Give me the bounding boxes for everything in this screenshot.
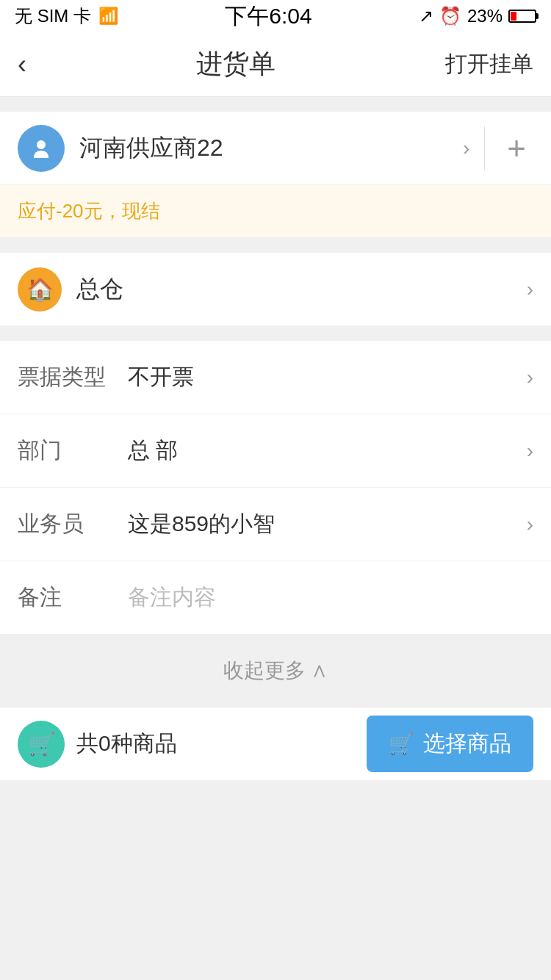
- warehouse-icon-circle: 🏠: [18, 267, 62, 311]
- nav-bar: ‹ 进货单 打开挂单: [0, 32, 551, 97]
- section-divider-mid: [0, 238, 551, 253]
- wifi-icon: 📶: [98, 7, 118, 26]
- page-title: 进货单: [196, 46, 276, 82]
- section-divider-top: [0, 97, 551, 112]
- supplier-avatar: [18, 125, 65, 172]
- select-product-button[interactable]: 🛒 选择商品: [367, 716, 533, 772]
- battery-percent: 23%: [467, 6, 503, 26]
- salesman-value: 这是859的小智: [120, 509, 527, 539]
- bottom-section: 🛒 共0种商品 🛒 选择商品: [0, 707, 551, 780]
- supplier-row[interactable]: 河南供应商22 › +: [0, 112, 551, 185]
- house-icon: 🏠: [26, 276, 54, 302]
- remark-label: 备注: [18, 583, 120, 613]
- collapse-label: 收起更多 ∧: [223, 657, 328, 685]
- warehouse-chevron-icon: ›: [527, 278, 533, 301]
- select-product-label: 选择商品: [423, 729, 511, 759]
- invoice-value: 不开票: [120, 362, 527, 392]
- product-icon-circle: 🛒: [18, 721, 65, 768]
- remark-input[interactable]: 备注内容: [120, 583, 533, 613]
- supplier-name: 河南供应商22: [79, 132, 463, 165]
- status-right: ↗ ⏰ 23%: [419, 6, 536, 26]
- status-time: 下午6:04: [225, 1, 311, 32]
- vertical-divider: [484, 126, 485, 170]
- product-count-area: 🛒 共0种商品: [18, 721, 177, 768]
- add-supplier-button[interactable]: +: [500, 130, 533, 167]
- open-pending-button[interactable]: 打开挂单: [445, 49, 533, 79]
- person-icon: [30, 137, 52, 159]
- invoice-label: 票据类型: [18, 362, 120, 392]
- invoice-type-row[interactable]: 票据类型 不开票 ›: [0, 341, 551, 414]
- status-bar: 无 SIM 卡 📶 下午6:04 ↗ ⏰ 23%: [0, 0, 551, 32]
- section-divider-2: [0, 326, 551, 341]
- notice-bar: 应付-20元，现结: [0, 185, 551, 238]
- svg-point-0: [37, 140, 46, 149]
- warehouse-row[interactable]: 🏠 总仓 ›: [0, 253, 551, 326]
- remark-row[interactable]: 备注 备注内容: [0, 561, 551, 635]
- product-count-text: 共0种商品: [76, 729, 177, 759]
- salesman-row[interactable]: 业务员 这是859的小智 ›: [0, 488, 551, 561]
- battery-icon: [508, 10, 536, 23]
- cart-icon: 🛒: [28, 731, 55, 757]
- department-row[interactable]: 部门 总 部 ›: [0, 414, 551, 488]
- notice-text: 应付-20元，现结: [18, 200, 160, 222]
- collapse-bar[interactable]: 收起更多 ∧: [0, 635, 551, 707]
- select-product-icon: 🛒: [389, 732, 414, 756]
- location-icon: ↗: [419, 6, 433, 26]
- department-value: 总 部: [120, 436, 527, 466]
- invoice-chevron-icon: ›: [527, 366, 533, 389]
- department-label: 部门: [18, 436, 120, 466]
- warehouse-name: 总仓: [76, 273, 527, 306]
- alarm-icon: ⏰: [439, 6, 461, 26]
- salesman-chevron-icon: ›: [527, 513, 533, 536]
- department-chevron-icon: ›: [527, 439, 533, 463]
- salesman-label: 业务员: [18, 509, 120, 539]
- chevron-right-icon: ›: [463, 137, 469, 160]
- back-button[interactable]: ‹: [18, 49, 26, 80]
- carrier-text: 无 SIM 卡: [15, 4, 91, 28]
- status-left: 无 SIM 卡 📶: [15, 4, 118, 28]
- gray-area: [0, 780, 551, 980]
